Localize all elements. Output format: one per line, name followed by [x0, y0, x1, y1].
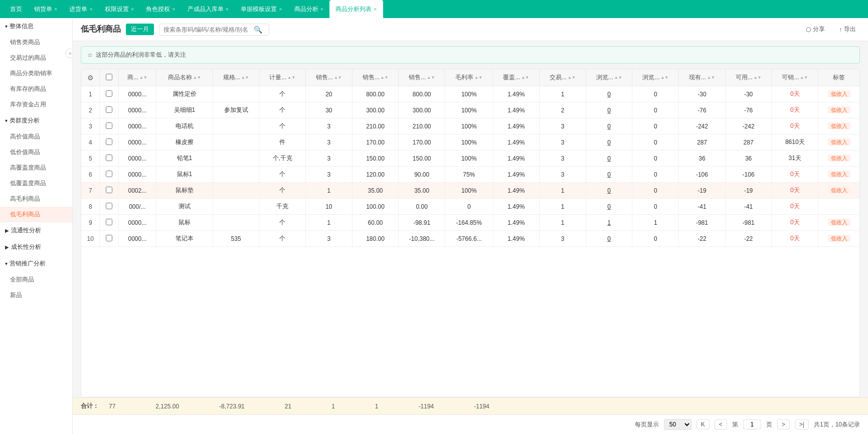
sidebar-group-growth[interactable]: ▶ 成长性分析 [0, 239, 72, 255]
cell-browse1[interactable]: 0 [586, 231, 632, 247]
column-available[interactable]: 可用...▲▼ [725, 69, 772, 86]
cell-browse1[interactable]: 0 [586, 167, 632, 183]
cell-browse1[interactable]: 0 [586, 86, 632, 102]
column-spec[interactable]: 规格...▲▼ [213, 69, 259, 86]
next-page-button[interactable]: > [777, 419, 790, 429]
row-checkbox[interactable] [106, 219, 112, 225]
sidebar-item-low-value[interactable]: 低价值商品 [0, 144, 72, 160]
column-tag[interactable]: 标签 [818, 69, 859, 86]
sidebar-group-cluster[interactable]: ▾ 类群度分析 [0, 112, 72, 129]
browse1-value[interactable]: 0 [607, 187, 611, 194]
cell-checkbox[interactable] [100, 134, 118, 151]
last-page-button[interactable]: >| [795, 419, 809, 429]
browse1-value[interactable]: 0 [607, 171, 611, 178]
sidebar-collapse-button[interactable]: « [65, 48, 73, 58]
sidebar-item-high-coverage[interactable]: 高覆盖度商品 [0, 160, 72, 176]
column-gross-margin[interactable]: 毛利率▲▼ [445, 69, 493, 86]
row-checkbox[interactable] [106, 203, 112, 209]
sidebar-item-all-goods[interactable]: 全部商品 [0, 272, 72, 287]
row-checkbox[interactable] [106, 235, 112, 241]
close-icon[interactable]: × [54, 6, 57, 12]
column-sales-qty[interactable]: 销售...▲▼ [306, 69, 353, 86]
row-checkbox[interactable] [106, 122, 112, 129]
sidebar-item-high-value[interactable]: 高价值商品 [0, 129, 72, 144]
close-icon[interactable]: × [89, 6, 92, 12]
sidebar-group-overview[interactable]: ▾ 整体信息 [0, 18, 72, 35]
close-icon[interactable]: × [131, 6, 134, 12]
row-checkbox[interactable] [106, 138, 112, 145]
sidebar-group-marketing[interactable]: ▾ 营销推广分析 [0, 255, 72, 272]
browse1-value[interactable]: 0 [607, 203, 611, 210]
column-trade[interactable]: 交易...▲▼ [540, 69, 586, 86]
column-browse1[interactable]: 浏览...▲▼ [586, 69, 632, 86]
cell-checkbox[interactable] [100, 199, 118, 215]
sidebar-item-stock-goods[interactable]: 有库存的商品 [0, 81, 72, 97]
search-icon[interactable]: 🔍 [254, 26, 262, 34]
sidebar-item-new-goods[interactable]: 新品 [0, 287, 72, 303]
browse1-value[interactable]: 0 [607, 139, 611, 146]
sidebar-item-traded-goods[interactable]: 交易过的商品 [0, 50, 72, 66]
nav-item-sales[interactable]: 销货单 × [28, 0, 63, 18]
column-sales-price[interactable]: 销售...▲▼ [352, 69, 399, 86]
cell-browse1[interactable]: 0 [586, 134, 632, 151]
prev-page-button[interactable]: < [715, 419, 727, 429]
column-current[interactable]: 现有...▲▼ [679, 69, 726, 86]
row-checkbox[interactable] [106, 90, 112, 97]
cell-checkbox[interactable] [100, 215, 118, 231]
cell-browse1[interactable]: 0 [586, 199, 632, 215]
gear-icon[interactable]: ⚙ [87, 74, 94, 82]
cell-checkbox[interactable] [100, 231, 118, 247]
cell-checkbox[interactable] [100, 183, 118, 199]
cell-checkbox[interactable] [100, 102, 118, 118]
close-icon[interactable]: × [226, 6, 229, 12]
sidebar-item-low-coverage[interactable]: 低覆盖度商品 [0, 176, 72, 191]
page-number-input[interactable] [743, 419, 761, 429]
nav-item-products[interactable]: 产成品入库单 × [182, 0, 235, 18]
sidebar-group-circulation[interactable]: ▶ 流通性分析 [0, 222, 72, 239]
first-page-button[interactable]: K [697, 419, 710, 429]
browse1-value[interactable]: 0 [607, 107, 611, 114]
close-icon[interactable]: × [320, 6, 323, 12]
cell-browse1[interactable]: 0 [586, 183, 632, 199]
sidebar-item-sales-goods[interactable]: 销售类商品 [0, 35, 72, 50]
row-checkbox[interactable] [106, 171, 112, 177]
nav-item-permission[interactable]: 权限设置 × [99, 0, 140, 18]
column-browse2[interactable]: 浏览...▲▼ [632, 69, 679, 86]
cell-browse1[interactable]: 1 [586, 215, 632, 231]
sidebar-item-category-rate[interactable]: 商品分类助销率 [0, 66, 72, 81]
sidebar-item-inventory-capital[interactable]: 库存资金占用 [0, 97, 72, 112]
column-gear[interactable]: ⚙ [81, 69, 100, 86]
nav-item-role[interactable]: 角色授权 × [140, 0, 181, 18]
browse1-value[interactable]: 0 [607, 235, 611, 242]
column-code[interactable]: 商...▲▼ [118, 69, 156, 86]
cell-checkbox[interactable] [100, 167, 118, 183]
cell-browse1[interactable]: 0 [586, 102, 632, 118]
browse1-value[interactable]: 0 [607, 155, 611, 162]
page-size-select[interactable]: 50 100 200 [664, 419, 691, 430]
nav-item-template[interactable]: 单据模板设置 × [235, 0, 288, 18]
cell-checkbox[interactable] [100, 151, 118, 167]
nav-item-analysis-list[interactable]: 商品分析列表 × [329, 0, 383, 18]
column-unit[interactable]: 计量...▲▼ [259, 69, 306, 86]
close-icon[interactable]: × [374, 6, 377, 12]
column-coverage[interactable]: 覆盖...▲▼ [493, 69, 540, 86]
row-checkbox[interactable] [106, 155, 112, 161]
browse1-value[interactable]: 1 [607, 219, 611, 226]
cell-browse1[interactable]: 0 [586, 118, 632, 134]
nav-item-analysis[interactable]: 商品分析 × [288, 0, 329, 18]
cell-browse1[interactable]: 0 [586, 151, 632, 167]
row-checkbox[interactable] [106, 187, 112, 193]
sidebar-item-low-margin[interactable]: 低毛利商品 [0, 207, 72, 222]
share-button[interactable]: ⬡ 分享 [802, 23, 829, 36]
column-saleable[interactable]: 可销...▲▼ [772, 69, 818, 86]
close-icon[interactable]: × [172, 6, 175, 12]
column-sales-amount[interactable]: 销售...▲▼ [399, 69, 445, 86]
sidebar-item-high-margin[interactable]: 高毛利商品 [0, 191, 72, 207]
column-name[interactable]: 商品名称▲▼ [156, 69, 213, 86]
row-checkbox[interactable] [106, 106, 112, 113]
nav-item-purchase[interactable]: 进货单 × [63, 0, 98, 18]
select-all-checkbox[interactable] [106, 74, 112, 80]
browse1-value[interactable]: 0 [607, 123, 611, 130]
time-filter-button[interactable]: 近一月 [126, 24, 154, 35]
close-icon[interactable]: × [279, 6, 282, 12]
